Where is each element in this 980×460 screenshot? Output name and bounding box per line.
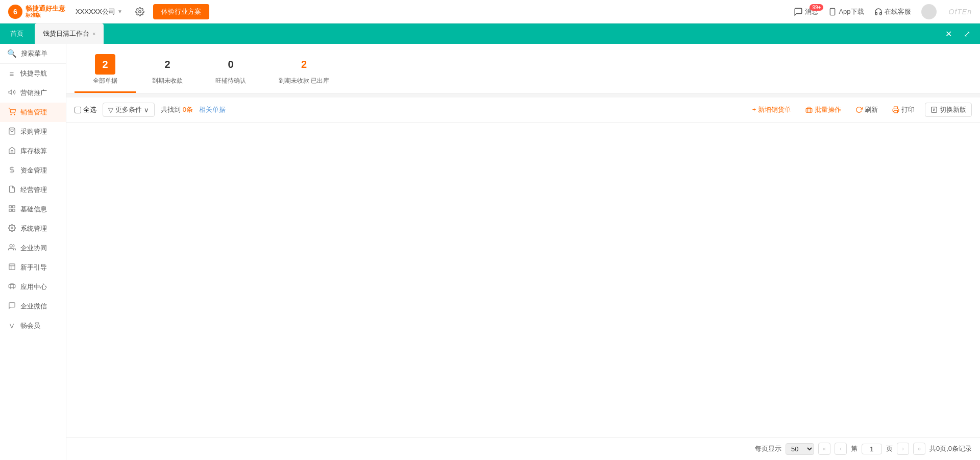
filter-button[interactable]: ▽ 更多条件 ∨ [103,103,155,117]
sidebar: 🔍 搜索菜单 ≡ 快捷导航 营销推广 销售管理 采购管理 [0,44,66,460]
svg-rect-8 [9,206,11,208]
inventory-icon [7,147,16,156]
stat-tab-shipped[interactable]: 2 到期未收款 已出库 [262,50,346,93]
quicknav-icon: ≡ [7,69,16,78]
sales-icon [7,108,16,117]
sidebar-item-member[interactable]: V 畅会员 [0,316,66,335]
related-orders-link[interactable]: 相关单据 [199,105,226,114]
search-icon: 🔍 [7,49,17,58]
switch-version-button[interactable]: 切换新版 [925,103,972,117]
first-page-button[interactable]: « [818,443,830,455]
stat-num-box-all: 2 [95,54,115,75]
per-page-select[interactable]: 50 100 [786,443,814,455]
member-icon: V [7,322,16,330]
app-download-button[interactable]: App下载 [828,7,864,16]
home-tab[interactable]: 首页 [0,23,34,44]
sidebar-item-wechat[interactable]: 企业微信 [0,297,66,316]
marketing-icon [7,88,16,98]
header-right: 消息 99+ App下载 在线客服 OfTEn [794,4,972,19]
guide-icon [7,263,16,272]
sidebar-item-system[interactable]: 系统管理 [0,219,66,238]
finance-icon [7,166,16,175]
svg-rect-18 [894,110,898,113]
experience-button[interactable]: 体验行业方案 [153,4,209,19]
add-order-button[interactable]: + 新增销货单 [748,103,795,116]
purchase-icon [7,127,16,136]
stat-tab-pending[interactable]: 0 旺辅待确认 [199,50,262,93]
close-window-button[interactable]: ✕ [941,27,955,41]
filter-icon: ▽ [108,106,113,114]
close-tab-icon[interactable]: × [92,31,95,37]
top-header: 6 畅捷通好生意 标准版 XXXXXX公司 ▼ 体验行业方案 消息 99+ [0,0,980,23]
sidebar-item-enterprise[interactable]: 企业协同 [0,238,66,258]
often-text: OfTEn [949,8,972,16]
logo-title: 畅捷通好生意 [26,5,65,13]
svg-point-0 [139,10,141,13]
filter-chevron-icon: ∨ [144,106,149,114]
operations-icon [7,185,16,195]
batch-label: 批量操作 [815,105,841,114]
content-area: 2 全部单据 2 到期未收款 0 旺辅待确认 2 到期未收款 已出 [66,44,980,460]
basicinfo-icon [7,205,16,214]
page-label: 第 [851,444,857,453]
tab-bar: 首页 钱货日清工作台 × ✕ ⤢ [0,23,980,44]
logo-sub: 标准版 [26,12,65,18]
select-all-checkbox[interactable]: 全选 [75,105,96,114]
sidebar-item-marketing[interactable]: 营销推广 [0,83,66,103]
user-avatar [921,4,937,19]
stats-tabs: 2 全部单据 2 到期未收款 0 旺辅待确认 2 到期未收款 已出 [66,44,980,93]
print-button[interactable]: 打印 [888,103,919,116]
sidebar-item-guide[interactable]: 新手引导 [0,258,66,277]
avatar-area[interactable] [921,4,939,19]
stat-tab-all[interactable]: 2 全部单据 [75,50,136,93]
stat-num-overdue: 2 [164,59,170,70]
svg-rect-11 [9,209,11,211]
select-all-input[interactable] [75,107,81,113]
message-badge: 99+ [810,4,823,11]
sidebar-label-enterprise: 企业协同 [20,244,47,253]
prev-page-button[interactable]: ‹ [835,443,847,455]
online-service-label: 在线客服 [885,7,911,16]
sidebar-item-purchase[interactable]: 采购管理 [0,122,66,141]
stat-num-all: 2 [102,59,108,70]
batch-button[interactable]: 批量操作 [801,103,845,116]
last-page-button[interactable]: » [913,443,925,455]
logo-icon: 6 [8,5,22,19]
refresh-button[interactable]: 刷新 [851,103,882,116]
sidebar-item-quicknav[interactable]: ≡ 快捷导航 [0,64,66,83]
wechat-icon [7,302,16,311]
restore-window-button[interactable]: ⤢ [960,27,974,41]
stat-tab-overdue[interactable]: 2 到期未收款 [136,50,199,93]
sidebar-search[interactable]: 🔍 搜索菜单 [0,44,66,64]
next-page-button[interactable]: › [897,443,909,455]
per-page-label: 每页显示 [755,444,781,453]
sidebar-label-purchase: 采购管理 [20,127,47,136]
sidebar-item-appcenter[interactable]: 应用中心 [0,277,66,297]
sidebar-item-finance[interactable]: 资金管理 [0,161,66,180]
sidebar-label-operations: 经营管理 [20,185,47,195]
table-area [66,123,980,437]
page-label-2: 页 [886,444,893,453]
svg-point-13 [10,245,12,247]
sidebar-item-sales[interactable]: 销售管理 [0,103,66,122]
company-selector[interactable]: XXXXXX公司 ▼ [71,5,127,18]
sidebar-label-appcenter: 应用中心 [20,282,47,292]
sidebar-item-operations[interactable]: 经营管理 [0,180,66,200]
header-left: 6 畅捷通好生意 标准版 XXXXXX公司 ▼ 体验行业方案 [8,4,209,19]
page-input[interactable] [862,444,882,454]
print-label: 打印 [901,105,915,114]
toolbar-right: + 新增销货单 批量操作 刷新 打印 切换新版 [748,103,972,117]
stat-label-all: 全部单据 [93,77,117,85]
svg-point-5 [14,114,14,115]
sidebar-label-guide: 新手引导 [20,263,47,272]
system-icon [7,224,16,233]
settings-button[interactable] [133,5,147,19]
sidebar-item-basicinfo[interactable]: 基础信息 [0,200,66,219]
sidebar-label-marketing: 营销推广 [20,88,47,98]
sidebar-item-inventory[interactable]: 库存核算 [0,141,66,161]
workbench-tab[interactable]: 钱货日清工作台 × [35,23,104,44]
message-button[interactable]: 消息 99+ [794,7,818,16]
tab-bar-actions: ✕ ⤢ [941,27,980,41]
online-service-button[interactable]: 在线客服 [874,7,911,16]
svg-rect-9 [12,206,14,208]
